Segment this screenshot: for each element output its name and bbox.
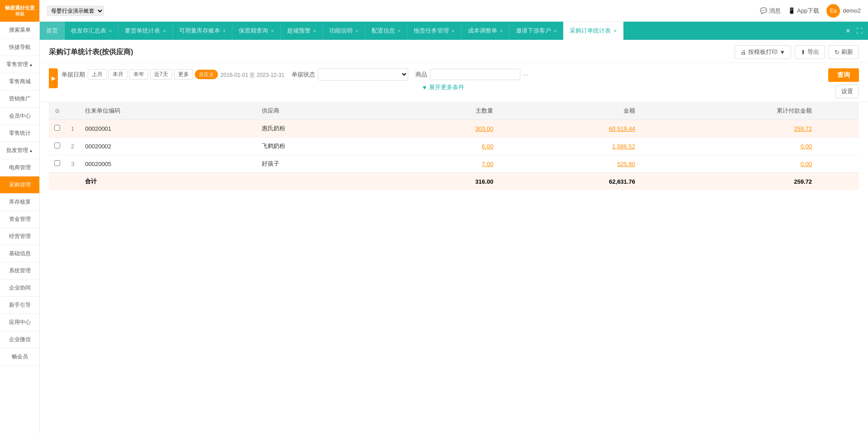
tab-caigoutongjibiao[interactable]: 采购订单统计表× <box>563 22 623 40</box>
row-checkbox-cell[interactable] <box>49 138 66 155</box>
footer-paid: 259.72 <box>641 173 817 190</box>
this-month-btn[interactable]: 本月 <box>108 69 127 80</box>
goods-input[interactable] <box>430 69 520 80</box>
row-qty[interactable]: 303.00 <box>388 120 499 138</box>
settings-button[interactable]: 设置 <box>835 85 859 98</box>
tab-close-yaoqing[interactable]: × <box>554 28 557 33</box>
tab-baozhi[interactable]: 保质期查询× <box>232 22 280 40</box>
more-date-btn[interactable]: 更多 <box>174 69 193 80</box>
tab-gongneng[interactable]: 功能说明× <box>323 22 365 40</box>
sidebar-item-finance[interactable]: 资金管理 <box>0 211 39 228</box>
row-unit-code: 00020005 <box>80 155 256 173</box>
sidebar-item-retail-shop[interactable]: 零售商城 <box>0 73 39 90</box>
status-filter-group: 单据状态 <box>292 68 408 81</box>
row-number: 3 <box>66 155 80 173</box>
date-range-display: 2016-01-01 至 2023-12-31 <box>221 71 284 79</box>
col-extra-header <box>817 102 859 120</box>
tab-home[interactable]: 首页 <box>40 22 65 40</box>
sidebar-item-search[interactable]: 搜索菜单 <box>0 22 39 39</box>
tab-bar: 首页收发存汇总表×要货单统计表×可用量库存账本×保质期查询×超储预警×功能说明×… <box>40 22 868 40</box>
row-qty[interactable]: 7.00 <box>388 155 499 173</box>
row-amount[interactable]: 60,519.44 <box>499 120 641 138</box>
row-qty[interactable]: 6.00 <box>388 138 499 155</box>
row-checkbox[interactable] <box>54 160 60 166</box>
status-label: 单据状态 <box>292 71 315 79</box>
tab-chaochuyujing[interactable]: 超储预警× <box>281 22 323 40</box>
sidebar-item-collab[interactable]: 企业协同 <box>0 280 39 297</box>
this-year-btn[interactable]: 本年 <box>129 69 148 80</box>
sidebar-item-marketing[interactable]: 营销推广 <box>0 90 39 108</box>
main-wrap: 母婴行业演示账套 💬 消息 📱 App下载 Ea demo2 首页收发存汇总表×… <box>40 0 868 433</box>
close-all-tabs-button[interactable]: ✕ <box>844 25 853 36</box>
col-settings-header[interactable]: ⚙ <box>49 102 66 120</box>
row-checkbox[interactable] <box>54 125 60 131</box>
tab-yaoqing[interactable]: 邀请下游客户× <box>509 22 563 40</box>
sidebar-item-wholesale[interactable]: 批发管理▲ <box>0 142 39 159</box>
last-month-btn[interactable]: 上月 <box>88 69 107 80</box>
account-dropdown[interactable]: 母婴行业演示账套 <box>47 6 104 16</box>
row-paid[interactable]: 259.72 <box>641 120 817 138</box>
tab-close-gongneng[interactable]: × <box>355 28 358 33</box>
sidebar-item-system[interactable]: 系统管理 <box>0 262 39 280</box>
sidebar-item-basic[interactable]: 基础信息 <box>0 245 39 262</box>
goods-more-icon[interactable]: ··· <box>523 71 528 78</box>
custom-date-btn[interactable]: 自定义 <box>195 70 218 79</box>
row-number: 2 <box>66 138 80 155</box>
tab-close-keyongliang[interactable]: × <box>223 28 226 33</box>
expand-more-btn[interactable]: ▼ 展开更多条件 <box>422 83 465 91</box>
tab-close-shoufahuizong[interactable]: × <box>109 28 112 33</box>
message-button[interactable]: 💬 消息 <box>760 7 781 15</box>
tab-shoufahuizong[interactable]: 收发存汇总表× <box>65 22 118 40</box>
tab-close-peizhi[interactable]: × <box>398 28 401 33</box>
tab-keyongliang[interactable]: 可用量库存账本× <box>173 22 232 40</box>
tab-close-chengbentiaozhen[interactable]: × <box>500 28 503 33</box>
sidebar-item-newbie[interactable]: 新手引导 <box>0 297 39 314</box>
row-checkbox-cell[interactable] <box>49 155 66 173</box>
tab-close-caigoutongjibiao[interactable]: × <box>613 28 616 33</box>
collapse-filter-button[interactable]: ▶ <box>49 68 58 88</box>
tab-chengbentiaozhen[interactable]: 成本调整单× <box>462 22 509 40</box>
footer-qty: 316.00 <box>388 173 499 190</box>
user-profile[interactable]: Ea demo2 <box>826 4 861 18</box>
tab-label-gongneng: 功能说明 <box>329 27 353 35</box>
export-button[interactable]: ⬆ 导出 <box>795 45 825 59</box>
row-amount[interactable]: 525.80 <box>499 155 641 173</box>
sidebar-item-retail-stat[interactable]: 零售统计 <box>0 125 39 142</box>
template-print-button[interactable]: 🖨 按模板打印 ▼ <box>735 45 791 59</box>
maximize-button[interactable]: ⛶ <box>854 25 864 36</box>
row-paid[interactable]: 0.00 <box>641 155 817 173</box>
user-avatar: Ea <box>826 4 840 18</box>
app-download-button[interactable]: 📱 App下载 <box>788 7 819 15</box>
row-checkbox-cell[interactable] <box>49 120 66 138</box>
footer-amount: 62,631.76 <box>499 173 641 190</box>
sidebar-item-member[interactable]: 会员中心 <box>0 108 39 125</box>
expand-row: ▼ 展开更多条件 <box>61 81 825 92</box>
tab-yaohuo[interactable]: 要货单统计表× <box>118 22 172 40</box>
tab-close-yaohuo[interactable]: × <box>163 28 165 33</box>
tab-peizhi[interactable]: 配置信息× <box>365 22 407 40</box>
sidebar-item-operations[interactable]: 经营管理 <box>0 228 39 245</box>
refresh-button[interactable]: ↻ 刷新 <box>829 45 859 59</box>
sidebar-item-shortcut[interactable]: 快捷导航 <box>0 39 39 56</box>
sidebar-item-wechat[interactable]: 企业微信 <box>0 331 39 348</box>
app-download-label: App下载 <box>797 7 819 15</box>
tab-close-tuohuo[interactable]: × <box>452 28 454 33</box>
sidebar-item-appcenter[interactable]: 应用中心 <box>0 314 39 331</box>
tab-close-baozhi[interactable]: × <box>271 28 274 33</box>
sidebar-item-retail[interactable]: 零售管理▲ <box>0 56 39 73</box>
tab-close-chaochuyujing[interactable]: × <box>313 28 316 33</box>
row-amount[interactable]: 1,586.52 <box>499 138 641 155</box>
sidebar-item-ecommerce[interactable]: 电商管理 <box>0 159 39 176</box>
tab-tuohuo[interactable]: 拖货任务管理× <box>407 22 461 40</box>
query-button[interactable]: 查询 <box>828 68 859 82</box>
7days-btn[interactable]: 近7天 <box>150 69 172 80</box>
row-checkbox[interactable] <box>54 143 60 148</box>
logo-text: 畅捷通好生意 <box>5 5 35 11</box>
row-paid[interactable]: 0.00 <box>641 138 817 155</box>
sidebar-item-member2[interactable]: 畅会员 <box>0 348 39 366</box>
sidebar-item-inventory[interactable]: 库存核算 <box>0 194 39 211</box>
sidebar-item-purchase[interactable]: 采购管理 <box>0 176 39 194</box>
tab-label-yaoqing: 邀请下游客户 <box>516 27 551 35</box>
status-select[interactable] <box>318 68 408 81</box>
tab-label-chaochuyujing: 超储预警 <box>287 27 311 35</box>
